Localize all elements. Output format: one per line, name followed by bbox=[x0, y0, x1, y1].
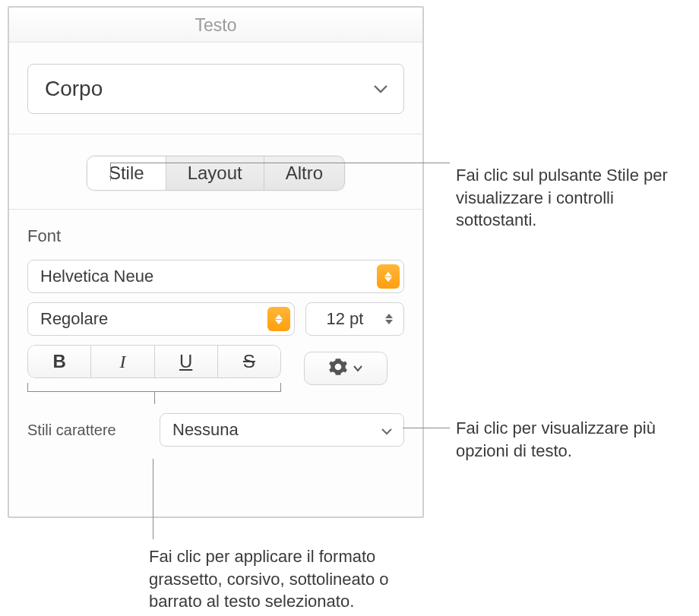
underline-button[interactable]: U bbox=[155, 345, 218, 378]
text-format-panel: Testo Corpo Stile Layout Altro Font Helv… bbox=[8, 6, 424, 518]
panel-title: Testo bbox=[9, 8, 422, 43]
character-styles-value: Nessuna bbox=[172, 420, 239, 440]
chevron-down-icon bbox=[353, 362, 363, 375]
paragraph-style-select[interactable]: Corpo bbox=[27, 64, 404, 114]
italic-button[interactable]: I bbox=[91, 345, 154, 378]
paragraph-style-row: Corpo bbox=[9, 43, 422, 134]
callout-bius-text: Fai clic per applicare il formato grasse… bbox=[149, 545, 430, 613]
chevron-down-icon bbox=[373, 84, 388, 93]
advanced-options-button[interactable] bbox=[304, 352, 387, 385]
tab-altro-label: Altro bbox=[286, 163, 323, 184]
callout-stile-vline bbox=[110, 163, 111, 181]
callout-stile-text: Fai clic sul pulsante Stile per visualiz… bbox=[456, 164, 691, 232]
character-styles-label: Stili carattere bbox=[27, 422, 149, 439]
strikethrough-button[interactable]: S bbox=[218, 345, 281, 378]
font-size-field[interactable]: 12 pt bbox=[305, 302, 404, 336]
font-family-stepper-icon bbox=[377, 264, 400, 289]
font-section: Font Helvetica Neue Regolare 12 pt bbox=[9, 210, 422, 447]
font-size-value: 12 pt bbox=[327, 309, 364, 329]
underline-glyph: U bbox=[179, 351, 192, 372]
callout-gear-hline bbox=[403, 428, 450, 428]
callout-gear-text: Fai clic per visualizzare più opzioni di… bbox=[456, 417, 691, 462]
gear-icon bbox=[328, 357, 348, 380]
bold-glyph: B bbox=[52, 351, 65, 372]
font-family-select[interactable]: Helvetica Neue bbox=[27, 260, 404, 293]
strike-glyph: S bbox=[243, 351, 255, 372]
font-size-stepper-icon[interactable] bbox=[385, 306, 399, 332]
paragraph-style-value: Corpo bbox=[45, 77, 103, 101]
bius-callout-bracket bbox=[27, 381, 281, 392]
font-family-value: Helvetica Neue bbox=[40, 267, 153, 286]
callout-bius-vline bbox=[153, 459, 153, 539]
chevron-down-icon bbox=[381, 420, 393, 440]
character-styles-select[interactable]: Nessuna bbox=[160, 413, 404, 447]
tab-altro[interactable]: Altro bbox=[264, 156, 345, 191]
callout-stile-hline bbox=[110, 163, 450, 163]
tab-stile[interactable]: Stile bbox=[87, 156, 166, 191]
text-style-group: B I U S bbox=[27, 345, 281, 378]
font-style-select[interactable]: Regolare bbox=[27, 302, 295, 336]
tabs-segmented: Stile Layout Altro bbox=[87, 156, 345, 191]
font-style-stepper-icon bbox=[267, 307, 290, 331]
tab-layout[interactable]: Layout bbox=[166, 156, 264, 191]
font-style-value: Regolare bbox=[40, 309, 108, 329]
italic-glyph: I bbox=[119, 352, 125, 372]
tabs-row: Stile Layout Altro bbox=[9, 134, 422, 210]
tab-stile-label: Stile bbox=[109, 163, 144, 184]
tab-layout-label: Layout bbox=[188, 163, 242, 184]
font-section-label: Font bbox=[27, 226, 404, 246]
bold-button[interactable]: B bbox=[27, 345, 91, 378]
